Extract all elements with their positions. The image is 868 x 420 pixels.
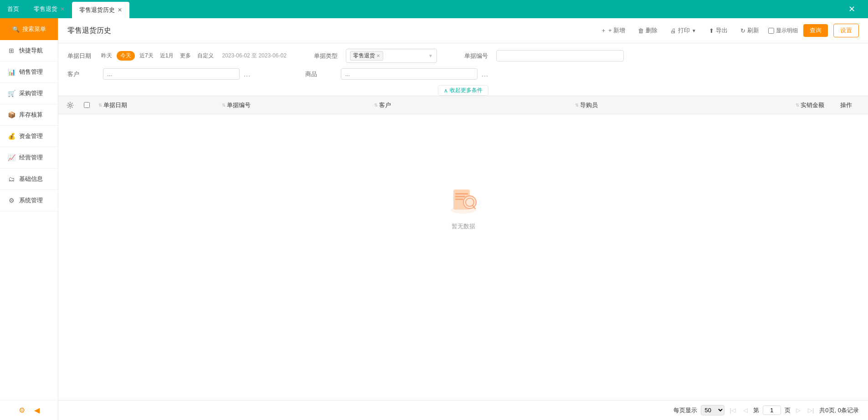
show-detail-checkbox-label[interactable]: 显示明细: [768, 27, 798, 35]
page-number-input[interactable]: [763, 405, 781, 415]
sidebar-item-ops-mgmt[interactable]: 📈 经营管理: [0, 147, 58, 169]
page-size-select[interactable]: 10 20 50 100: [701, 405, 724, 415]
sales-mgmt-icon: 📊: [7, 68, 15, 76]
select-all-input[interactable]: [84, 102, 90, 108]
doc-no-input[interactable]: [496, 50, 624, 61]
date-opt-7days[interactable]: 近7天: [138, 51, 155, 61]
tab-retail-return[interactable]: 零售退货 ✕: [26, 0, 72, 18]
new-label: + 新增: [608, 26, 625, 35]
content-area: 零售退货历史 ＋ + 新增 🗑 删除 🖨 打印: [58, 18, 868, 420]
table-select-all-checkbox[interactable]: [78, 102, 95, 108]
sidebar-item-sys-mgmt[interactable]: ⚙ 系统管理: [0, 190, 58, 211]
page-size-label: 每页显示: [673, 406, 697, 415]
filter-row2: 客户 … 商品 …: [58, 65, 868, 83]
toolbar: ＋ + 新增 🗑 删除 🖨 打印 ▼ ⬆: [597, 24, 859, 37]
tab-retail-return-close[interactable]: ✕: [60, 6, 65, 12]
first-page-button[interactable]: |◁: [728, 406, 738, 415]
date-opt-1month[interactable]: 近1月: [158, 51, 176, 61]
goods-dots[interactable]: …: [481, 70, 488, 78]
search-icon: 🔍: [12, 26, 20, 33]
page-label: 第: [753, 406, 759, 415]
goods-input[interactable]: [341, 68, 478, 80]
sidebar-item-purchase-mgmt[interactable]: 🛒 采购管理: [0, 83, 58, 104]
goods-filter-label: 商品: [305, 70, 337, 78]
sidebar: 🔍 搜索菜单 ⊞ 快捷导航 📊 销售管理 🛒 采购管理 📦 库存核算 💰: [0, 18, 58, 420]
th-amount: ⇅ 实销金额: [724, 101, 828, 109]
next-page-button[interactable]: ▷: [794, 406, 802, 415]
refresh-icon: ↻: [740, 27, 745, 34]
customer-dots[interactable]: …: [243, 70, 251, 78]
setting-button[interactable]: 设置: [833, 24, 859, 37]
table-header: ⇅ 单据日期 ⇅ 单据编号 ⇅ 客户 ⇅ 导购员: [58, 96, 868, 114]
th-date-sort-icon[interactable]: ⇅: [98, 102, 102, 108]
filter-section: 单据日期 昨天 今天 近7天 近1月 更多 自定义 2023-06-02 至 2…: [58, 43, 868, 96]
sidebar-search[interactable]: 🔍 搜索菜单: [0, 18, 58, 40]
th-guide-sort-icon[interactable]: ⇅: [575, 102, 579, 108]
empty-text: 暂无数据: [452, 222, 475, 230]
collapse-label: 收起更多条件: [450, 87, 483, 94]
table-settings-icon[interactable]: [62, 102, 78, 109]
th-customer-sort-icon[interactable]: ⇅: [374, 102, 378, 108]
export-icon: ⬆: [709, 27, 714, 34]
date-opt-custom[interactable]: 自定义: [195, 51, 216, 61]
date-opt-more[interactable]: 更多: [178, 51, 193, 61]
app-close-button[interactable]: ✕: [843, 5, 861, 14]
th-op: 操作: [828, 101, 864, 109]
th-date: ⇅ 单据日期: [95, 101, 218, 109]
collapse-button[interactable]: ∧ 收起更多条件: [438, 85, 488, 96]
app-wrapper: 首页 零售退货 ✕ 零售退货历史 ✕ ✕ 🔍 搜索菜单 ⊞ 快捷导航: [0, 0, 868, 420]
delete-button[interactable]: 🗑 删除: [634, 25, 661, 36]
new-button[interactable]: ＋ + 新增: [597, 25, 629, 36]
top-bar-right: ✕: [843, 4, 868, 14]
show-detail-checkbox[interactable]: [768, 28, 774, 34]
sidebar-item-basic-info[interactable]: 🗂 基础信息: [0, 169, 58, 190]
customer-filter-label: 客户: [67, 70, 99, 78]
sidebar-item-ops-mgmt-label: 经营管理: [19, 154, 43, 162]
last-page-button[interactable]: ▷|: [806, 406, 816, 415]
date-range-display: 2023-06-02 至 2023-06-02: [222, 52, 286, 60]
sys-mgmt-icon: ⚙: [7, 196, 15, 205]
tab-home[interactable]: 首页: [0, 0, 26, 18]
date-opt-yesterday[interactable]: 昨天: [99, 51, 114, 61]
prev-page-button[interactable]: ◁: [741, 406, 750, 415]
sidebar-item-inventory-calc[interactable]: 📦 库存核算: [0, 104, 58, 126]
sidebar-item-sales-mgmt[interactable]: 📊 销售管理: [0, 61, 58, 83]
sidebar-search-label: 搜索菜单: [22, 25, 46, 33]
main-area: 🔍 搜索菜单 ⊞ 快捷导航 📊 销售管理 🛒 采购管理 📦 库存核算 💰: [0, 18, 868, 420]
goods-filter-item: 商品 …: [305, 68, 488, 80]
tab-home-label: 首页: [7, 5, 19, 13]
sidebar-item-quick-nav[interactable]: ⊞ 快捷导航: [0, 40, 58, 61]
inventory-calc-icon: 📦: [7, 111, 15, 119]
export-button[interactable]: ⬆ 导出: [705, 25, 731, 36]
empty-state: 暂无数据: [58, 114, 868, 297]
setting-label: 设置: [840, 26, 852, 35]
tab-retail-return-history[interactable]: 零售退货历史 ✕: [72, 2, 129, 18]
sidebar-item-finance-mgmt[interactable]: 💰 资金管理: [0, 126, 58, 147]
refresh-button[interactable]: ↻ 刷新: [737, 25, 763, 36]
print-icon: 🖨: [670, 27, 676, 34]
doc-type-tag-close[interactable]: ✕: [376, 53, 380, 58]
sidebar-settings-icon[interactable]: ⚙: [19, 406, 25, 415]
sidebar-item-sales-mgmt-label: 销售管理: [19, 68, 43, 76]
doc-type-select[interactable]: 零售退货 ✕ ▼: [346, 49, 437, 63]
sidebar-item-basic-info-label: 基础信息: [19, 175, 43, 183]
sidebar-item-purchase-mgmt-label: 采购管理: [19, 89, 43, 97]
query-button[interactable]: 查询: [803, 24, 828, 37]
sidebar-bottom: ⚙ ◀: [0, 400, 58, 420]
svg-rect-5: [455, 199, 463, 200]
tab-retail-return-history-close[interactable]: ✕: [118, 7, 122, 13]
th-guide-label: 导购员: [580, 101, 598, 109]
sidebar-collapse-icon[interactable]: ◀: [34, 406, 40, 415]
th-amount-sort-icon[interactable]: ⇅: [796, 102, 799, 108]
new-icon: ＋: [601, 26, 606, 35]
th-code-sort-icon[interactable]: ⇅: [222, 102, 226, 108]
doc-type-tag: 零售退货 ✕: [350, 51, 383, 61]
filter-row1: 单据日期 昨天 今天 近7天 近1月 更多 自定义 2023-06-02 至 2…: [58, 43, 868, 65]
date-opt-today[interactable]: 今天: [117, 51, 135, 61]
th-customer: ⇅ 客户: [370, 101, 571, 109]
print-button[interactable]: 🖨 打印 ▼: [667, 25, 700, 36]
purchase-mgmt-icon: 🛒: [7, 89, 15, 97]
basic-info-icon: 🗂: [7, 175, 15, 183]
customer-input[interactable]: [103, 68, 240, 80]
th-op-label: 操作: [840, 101, 852, 109]
